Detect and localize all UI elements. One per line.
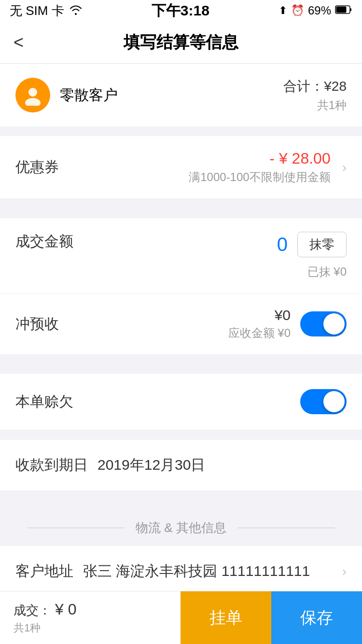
logistics-divider: 物流 & 其他信息 bbox=[0, 510, 362, 546]
debt-label: 本单赊欠 bbox=[15, 392, 73, 412]
total-count: 共1种 bbox=[283, 98, 347, 113]
debt-toggle[interactable] bbox=[300, 389, 347, 414]
debt-row: 本单赊欠 bbox=[0, 374, 362, 430]
separator-3 bbox=[0, 500, 362, 510]
prepayment-toggle[interactable] bbox=[300, 311, 347, 336]
round-button[interactable]: 抹零 bbox=[297, 232, 347, 257]
coupon-label: 优惠券 bbox=[15, 157, 59, 177]
alarm-icon: ⏰ bbox=[291, 4, 304, 17]
due-date-label: 收款到期日 bbox=[15, 455, 88, 475]
status-right: ⬆ ⏰ 69% bbox=[278, 4, 352, 17]
pending-button[interactable]: 挂单 bbox=[181, 591, 271, 644]
transaction-amount-label: 成交金额 bbox=[15, 232, 73, 252]
chevron-right-icon: › bbox=[342, 160, 347, 175]
due-date-row: 收款到期日 2019年12月30日 bbox=[0, 439, 362, 490]
location-icon: ⬆ bbox=[278, 4, 287, 17]
customer-left: 零散客户 bbox=[15, 78, 118, 112]
coupon-row[interactable]: 优惠券 - ¥ 28.00 满1000-100不限制使用金额 › bbox=[0, 136, 362, 199]
battery-icon bbox=[335, 4, 352, 17]
carrier-text: 无 SIM 卡 bbox=[10, 2, 64, 19]
summary-count: 共1种 bbox=[14, 621, 167, 635]
rounded-amount-sub: 已抹 ¥0 bbox=[307, 264, 347, 280]
bottom-summary: 成交： ¥ 0 共1种 bbox=[0, 601, 181, 635]
avatar bbox=[15, 78, 50, 112]
prepayment-right: ¥0 应收金额 ¥0 bbox=[228, 307, 347, 341]
coupon-section: 优惠券 - ¥ 28.00 满1000-100不限制使用金额 › bbox=[0, 136, 362, 199]
address-row[interactable]: 客户地址 张三 海淀永丰科技园 11111111111 › bbox=[0, 546, 362, 597]
status-bar: 无 SIM 卡 下午3:18 ⬆ ⏰ 69% bbox=[0, 0, 362, 21]
address-label: 客户地址 bbox=[15, 561, 73, 581]
time-display: 下午3:18 bbox=[152, 1, 209, 21]
svg-point-3 bbox=[28, 88, 37, 97]
due-date-value: 2019年12月30日 bbox=[97, 455, 205, 475]
battery-text: 69% bbox=[308, 4, 331, 17]
page-title: 填写结算等信息 bbox=[124, 31, 238, 54]
coupon-amount: - ¥ 28.00 bbox=[189, 150, 330, 168]
coupon-detail: - ¥ 28.00 满1000-100不限制使用金额 bbox=[189, 150, 330, 185]
logistics-label: 物流 & 其他信息 bbox=[136, 519, 226, 536]
divider-line-left bbox=[27, 528, 124, 528]
prepayment-main-amount: ¥0 bbox=[228, 307, 291, 323]
transaction-amount-row: 成交金额 0 抹零 已抹 ¥0 bbox=[0, 218, 362, 294]
svg-rect-1 bbox=[350, 8, 351, 11]
nav-bar: < 填写结算等信息 bbox=[0, 21, 362, 64]
status-left: 无 SIM 卡 bbox=[10, 2, 83, 19]
separator-2 bbox=[0, 364, 362, 374]
summary-label: 成交： bbox=[14, 602, 51, 619]
transaction-amount-value[interactable]: 0 bbox=[264, 234, 288, 255]
wifi-icon bbox=[69, 3, 83, 18]
bottom-bar: 成交： ¥ 0 共1种 挂单 保存 bbox=[0, 591, 362, 644]
content-area: 零散客户 合计：¥28 共1种 优惠券 - ¥ 28.00 满1000-100不… bbox=[0, 64, 362, 644]
customer-name: 零散客户 bbox=[60, 85, 118, 105]
address-chevron: › bbox=[338, 564, 347, 579]
coupon-description: 满1000-100不限制使用金额 bbox=[189, 169, 330, 185]
save-button[interactable]: 保存 bbox=[271, 591, 362, 644]
payment-section: 成交金额 0 抹零 已抹 ¥0 冲预收 ¥0 应收金额 ¥0 bbox=[0, 218, 362, 354]
svg-point-4 bbox=[25, 98, 41, 106]
svg-rect-2 bbox=[336, 7, 346, 13]
prepayment-amounts: ¥0 应收金额 ¥0 bbox=[228, 307, 291, 341]
prepayment-label: 冲预收 bbox=[15, 314, 59, 334]
coupon-right: - ¥ 28.00 满1000-100不限制使用金额 › bbox=[189, 150, 347, 185]
prepayment-row: 冲预收 ¥0 应收金额 ¥0 bbox=[0, 294, 362, 354]
chevron-right-icon-address: › bbox=[342, 564, 347, 579]
prepayment-sub-amount: 应收金额 ¥0 bbox=[228, 325, 291, 341]
divider-line-right bbox=[238, 528, 335, 528]
back-button[interactable]: < bbox=[14, 32, 24, 53]
customer-row: 零散客户 合计：¥28 共1种 bbox=[0, 64, 362, 126]
separator-1 bbox=[0, 209, 362, 218]
summary-amount: ¥ 0 bbox=[55, 601, 76, 618]
address-value: 张三 海淀永丰科技园 11111111111 bbox=[83, 561, 338, 581]
total-amount: 合计：¥28 bbox=[283, 77, 347, 96]
customer-total: 合计：¥28 共1种 bbox=[283, 77, 347, 113]
